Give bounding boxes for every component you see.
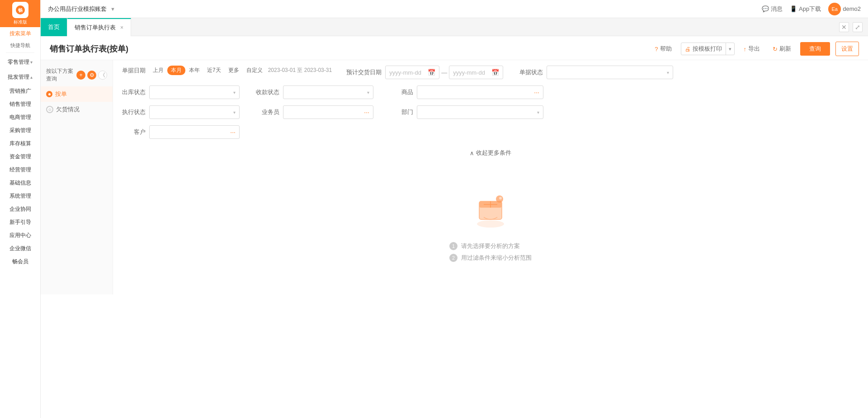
sidebar-item-basic[interactable]: 基础信息: [0, 176, 40, 190]
scheme-debt-label: 欠货情况: [56, 105, 80, 114]
dept-select[interactable]: ▾: [417, 105, 543, 119]
out-status-select[interactable]: ▾: [149, 86, 240, 99]
chevron-down-icon: ▾: [30, 60, 33, 65]
sidebar-item-member[interactable]: 畅会员: [0, 255, 40, 268]
sidebar-item-operation[interactable]: 经营管理: [0, 163, 40, 176]
customer-label: 客户: [120, 128, 146, 136]
empty-hint-2: 2 用过滤条件来缩小分析范围: [449, 254, 532, 262]
collect-status-arrow: ▾: [367, 90, 369, 95]
exec-status-select[interactable]: ▾: [149, 105, 240, 119]
query-btn[interactable]: 查询: [800, 42, 830, 56]
hint-num-2: 2: [449, 254, 458, 262]
app-download-btn[interactable]: 📱 App下载: [790, 5, 821, 13]
add-scheme-btn[interactable]: +: [76, 71, 85, 80]
calendar-end-icon[interactable]: 📅: [491, 69, 499, 76]
sidebar-item-enterprise[interactable]: 企业协同: [0, 203, 40, 216]
date-tab-more[interactable]: 更多: [225, 66, 243, 75]
date-tabs: 上月 本月 本年 近7天 更多 自定义: [149, 66, 266, 75]
customer-dots[interactable]: ···: [230, 128, 236, 136]
filter-expected-date-item: 预计交货日期 yyyy-mm-dd 📅 — yyyy-mm-dd 📅: [346, 66, 503, 79]
empty-hint-1: 1 请先选择要分析的方案: [449, 242, 532, 250]
date-tab-custom[interactable]: 自定义: [243, 66, 266, 75]
sidebar-item-marketing[interactable]: 营销推广: [0, 85, 40, 98]
collapse-row: ∧ 收起更多条件: [120, 145, 861, 161]
refresh-btn[interactable]: ↻ 刷新: [769, 43, 795, 55]
empty-state: 1 请先选择要分析的方案 2 用过滤条件来缩小分析范围: [120, 161, 861, 289]
dept-label: 部门: [388, 108, 413, 116]
scheme-item-debt[interactable]: ○ 欠货情况: [41, 102, 113, 117]
print-btn-group[interactable]: 🖨 按模板打印 ▾: [681, 43, 735, 55]
collect-status-select[interactable]: ▾: [283, 86, 373, 99]
sidebar-item-app-center[interactable]: 应用中心: [0, 229, 40, 242]
chevron-up-icon: ▴: [30, 75, 33, 80]
salesperson-dots[interactable]: ···: [364, 109, 369, 116]
expected-date-start[interactable]: yyyy-mm-dd 📅: [385, 66, 439, 79]
quick-nav[interactable]: 快捷导航: [10, 40, 30, 51]
chevron-up-icon: ∧: [470, 150, 474, 157]
sidebar-item-purchase[interactable]: 采购管理: [0, 124, 40, 137]
sidebar-item-ecommerce[interactable]: 电商管理: [0, 111, 40, 124]
tab-fullscreen-btn[interactable]: ⤢: [853, 22, 863, 32]
date-tab-thisyear[interactable]: 本年: [185, 66, 203, 75]
collapse-scheme-icon: 《: [100, 71, 105, 79]
collapse-btn-label: 收起更多条件: [476, 149, 511, 157]
settings-scheme-btn[interactable]: ⚙: [87, 71, 96, 80]
filter-area: 单据日期 上月 本月 本年 近7天 更多 自定义 2023-03-01 至 20…: [113, 60, 868, 294]
goods-dots[interactable]: ···: [534, 89, 539, 96]
settings-scheme-icon: ⚙: [90, 72, 94, 78]
sidebar-item-retail[interactable]: 零售管理 ▾: [0, 56, 40, 69]
user-profile-btn[interactable]: Ea demo2: [828, 3, 861, 15]
help-btn[interactable]: ? 帮助: [651, 43, 675, 55]
export-btn[interactable]: ↑ 导出: [740, 43, 764, 55]
scheme-sidebar: 按以下方案查询 + ⚙ 《: [41, 60, 113, 294]
filter-exec-status-item: 执行状态 ▾: [120, 105, 240, 119]
print-label: 按模板打印: [693, 45, 722, 53]
calendar-start-icon[interactable]: 📅: [428, 69, 435, 76]
collapse-btn[interactable]: ∧ 收起更多条件: [470, 149, 511, 157]
main-area: 办公用品行业模拟账套 ▼ 💬 消息 📱 App下载 Ea demo2: [41, 0, 868, 418]
sidebar-item-finance[interactable]: 资金管理: [0, 150, 40, 163]
empty-icon: [468, 188, 513, 233]
collapse-scheme-btn[interactable]: 《: [98, 71, 107, 80]
status-select[interactable]: ▾: [547, 66, 673, 79]
tab-home[interactable]: 首页: [41, 18, 67, 36]
print-dropdown-arrow[interactable]: ▾: [726, 44, 734, 54]
app-download-label: App下载: [799, 5, 821, 13]
sidebar-item-wechat[interactable]: 企业微信: [0, 242, 40, 255]
salesperson-select[interactable]: ···: [283, 105, 373, 119]
goods-select[interactable]: ···: [417, 86, 543, 99]
filter-row-3: 执行状态 ▾ 业务员 ···: [120, 105, 861, 122]
refresh-label: 刷新: [779, 45, 791, 53]
print-icon: 🖨: [685, 46, 691, 52]
sidebar-item-guide[interactable]: 新手引导: [0, 216, 40, 229]
date-tab-7days[interactable]: 近7天: [203, 66, 225, 75]
svg-point-8: [499, 197, 502, 200]
divider-1: [6, 52, 34, 53]
circle-inner: ○: [48, 107, 52, 112]
top-header: 办公用品行业模拟账套 ▼ 💬 消息 📱 App下载 Ea demo2: [41, 0, 868, 18]
filter-row-2: 出库状态 ▾ 收款状态 ▾: [120, 86, 861, 102]
date-tab-lastmonth[interactable]: 上月: [149, 66, 167, 75]
tab-restore-btn[interactable]: ✕: [839, 22, 849, 32]
expected-date-end[interactable]: yyyy-mm-dd 📅: [449, 66, 503, 79]
sidebar-item-sales[interactable]: 销售管理: [0, 98, 40, 111]
expected-date-end-text: yyyy-mm-dd: [453, 69, 485, 76]
tab-close-icon[interactable]: ×: [120, 24, 123, 31]
filter-status-item: 单据状态 ▾: [518, 66, 673, 79]
scheme-item-byorder[interactable]: 按单: [41, 86, 113, 102]
date-dash: —: [439, 69, 449, 76]
settings-btn[interactable]: 设置: [835, 42, 859, 56]
customer-select[interactable]: ···: [149, 125, 240, 139]
search-menu[interactable]: 搜索菜单: [0, 27, 40, 40]
sidebar: 畅 标准版 搜索菜单 快捷导航 零售管理 ▾ 批发管理 ▴ 营销推广 销售管理 …: [0, 0, 41, 418]
print-btn[interactable]: 🖨 按模板打印: [681, 43, 726, 55]
query-label: 查询: [809, 45, 821, 53]
sidebar-item-inventory[interactable]: 库存核算: [0, 137, 40, 150]
sidebar-item-wholesale[interactable]: 批发管理 ▴: [0, 71, 40, 84]
tab-sales-order[interactable]: 销售订单执行表 ×: [67, 18, 131, 36]
sidebar-item-system[interactable]: 系统管理: [0, 190, 40, 203]
date-tab-thismonth[interactable]: 本月: [167, 66, 185, 75]
goods-label: 商品: [388, 88, 413, 96]
app-download-icon: 📱: [790, 5, 797, 12]
message-btn[interactable]: 💬 消息: [762, 5, 783, 13]
